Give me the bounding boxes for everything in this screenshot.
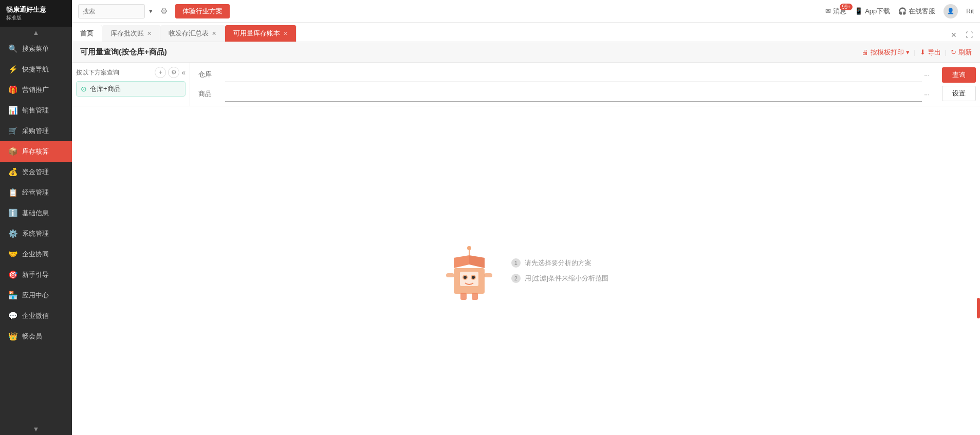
settings-scheme-button[interactable]: ⚙	[168, 67, 179, 78]
topbar-gear-btn[interactable]: ⚙	[157, 4, 171, 18]
page-header: 可用量查询(按仓库+商品) 🖨 按模板打印 ▾ | ⬇ 导出 | ↻ 刷新	[72, 42, 980, 63]
tabs-expand-button[interactable]: ⛶	[963, 28, 976, 42]
add-scheme-button[interactable]: +	[155, 67, 166, 78]
svg-rect-3	[460, 272, 478, 286]
filter-scheme-panel: 按以下方案查询 + ⚙ « ⊙ 仓库+商品	[72, 63, 190, 106]
sidebar: 畅康通好生意 标准版 ▲ 🔍 搜索菜单 ⚡ 快捷导航 🎁 营销推广 📊 销售管理…	[0, 0, 72, 435]
message-button[interactable]: ✉ 消息 99+	[825, 7, 846, 16]
print-button[interactable]: 🖨 按模板打印 ▾	[862, 48, 910, 57]
topbar: ▾ ⚙ 体验行业方案 ✉ 消息 99+ 📱 App下载 🎧 在线客服 👤 Rit	[72, 0, 980, 23]
filter-scheme-title: 按以下方案查询	[76, 68, 119, 77]
sidebar-item-inventory[interactable]: 📦 库存核算	[0, 141, 72, 162]
quicknav-icon: ⚡	[8, 65, 18, 74]
tab-inout-summary[interactable]: 收发存汇总表 ✕	[160, 25, 225, 42]
refresh-label: 刷新	[958, 48, 972, 57]
topbar-search-input[interactable]	[78, 4, 145, 18]
sidebar-item-marketing[interactable]: 🎁 营销推广	[0, 80, 72, 100]
message-badge: 99+	[840, 4, 853, 10]
tab-inout-summary-label: 收发存汇总表	[169, 29, 209, 38]
sidebar-item-search[interactable]: 🔍 搜索菜单	[0, 39, 72, 59]
print-dropdown-icon: ▾	[906, 48, 910, 56]
sidebar-scroll-up[interactable]: ▲	[0, 27, 72, 39]
print-label: 按模板打印	[871, 48, 904, 57]
sidebar-item-collab[interactable]: 🤝 企业协同	[0, 244, 72, 264]
svg-marker-2	[469, 255, 485, 268]
warehouse-more-btn[interactable]: ···	[924, 71, 930, 79]
guide-icon: 🎯	[8, 270, 18, 279]
sidebar-item-sales[interactable]: 📊 销售管理	[0, 100, 72, 121]
sidebar-item-appcenter[interactable]: 🏪 应用中心	[0, 285, 72, 306]
right-scroll-indicator	[977, 298, 980, 318]
filter-right: 仓库 ··· 商品 ···	[190, 63, 938, 106]
sales-icon: 📊	[8, 106, 18, 115]
sidebar-item-system[interactable]: ⚙️ 系统管理	[0, 223, 72, 244]
goods-input[interactable]	[225, 86, 922, 102]
filter-settings-button[interactable]: 设置	[942, 86, 976, 101]
tip-label-1: 请先选择要分析的方案	[525, 258, 591, 268]
filter-scheme-header: 按以下方案查询 + ⚙ «	[76, 67, 186, 78]
tab-inventory-batch[interactable]: 库存批次账 ✕	[102, 25, 160, 42]
refresh-icon: ↻	[951, 48, 956, 56]
filter-scheme-controls: + ⚙ «	[155, 67, 186, 78]
warehouse-filter-label: 仓库	[198, 70, 219, 79]
empty-illustration	[443, 245, 495, 296]
app-name: 畅康通好生意	[6, 5, 66, 14]
filter-action-buttons: 查询 设置	[938, 63, 980, 106]
tab-home[interactable]: 首页	[72, 25, 102, 42]
sidebar-item-wechat[interactable]: 💬 企业微信	[0, 306, 72, 326]
warehouse-input[interactable]	[225, 67, 922, 82]
query-button[interactable]: 查询	[942, 67, 976, 83]
collapse-panel-button[interactable]: «	[181, 68, 186, 77]
sidebar-item-label: 快捷导航	[22, 65, 49, 74]
online-service-button[interactable]: 🎧 在线客服	[898, 7, 935, 16]
sidebar-nav: 🔍 搜索菜单 ⚡ 快捷导航 🎁 营销推广 📊 销售管理 🛒 采购管理 📦 库存核…	[0, 39, 72, 423]
tab-inventory-batch-label: 库存批次账	[110, 29, 144, 38]
sidebar-item-finance[interactable]: 💰 资金管理	[0, 162, 72, 182]
tab-inout-summary-close[interactable]: ✕	[212, 30, 216, 37]
sidebar-item-quicknav[interactable]: ⚡ 快捷导航	[0, 59, 72, 80]
sidebar-item-label: 畅会员	[22, 332, 42, 341]
empty-tips: 1 请先选择要分析的方案 2 用[过滤]条件来缩小分析范围	[511, 258, 608, 283]
page-header-actions: 🖨 按模板打印 ▾ | ⬇ 导出 | ↻ 刷新	[862, 48, 972, 57]
sidebar-item-label: 营销推广	[22, 85, 49, 94]
chevron-down-icon: ▾	[149, 7, 153, 15]
header-divider-1: |	[914, 48, 915, 56]
sidebar-item-guide[interactable]: 🎯 新手引导	[0, 264, 72, 285]
industry-solution-button[interactable]: 体验行业方案	[175, 4, 230, 18]
page-content: 可用量查询(按仓库+商品) 🖨 按模板打印 ▾ | ⬇ 导出 | ↻ 刷新	[72, 42, 980, 435]
empty-tip-2: 2 用[过滤]条件来缩小分析范围	[511, 274, 608, 283]
empty-state: 1 请先选择要分析的方案 2 用[过滤]条件来缩小分析范围	[72, 106, 980, 435]
sidebar-scroll-down[interactable]: ▼	[0, 423, 72, 435]
filter-inputs-row: 仓库 ··· 商品 ···	[190, 63, 980, 106]
goods-filter-label: 商品	[198, 89, 219, 99]
sidebar-item-vip[interactable]: 👑 畅会员	[0, 326, 72, 347]
topbar-right: ✉ 消息 99+ 📱 App下载 🎧 在线客服 👤 Rit	[825, 4, 974, 18]
avatar: 👤	[944, 4, 958, 18]
sidebar-item-basicinfo[interactable]: ℹ️ 基础信息	[0, 203, 72, 223]
goods-input-wrap: ···	[225, 86, 930, 102]
scheme-item-warehouse-goods[interactable]: ⊙ 仓库+商品	[76, 81, 186, 97]
export-button[interactable]: ⬇ 导出	[920, 48, 941, 57]
refresh-button[interactable]: ↻ 刷新	[951, 48, 972, 57]
sidebar-item-label: 搜索菜单	[22, 44, 49, 53]
purchase-icon: 🛒	[8, 126, 18, 136]
headset-icon: 🎧	[898, 7, 907, 15]
tab-inventory-batch-close[interactable]: ✕	[147, 30, 152, 37]
sidebar-item-operations[interactable]: 📋 经营管理	[0, 182, 72, 203]
sidebar-item-purchase[interactable]: 🛒 采购管理	[0, 121, 72, 141]
sidebar-item-label: 企业微信	[22, 311, 49, 320]
goods-more-btn[interactable]: ···	[924, 90, 930, 98]
tip-num-1: 1	[511, 258, 521, 268]
export-label: 导出	[928, 48, 941, 57]
username-label[interactable]: Rit	[966, 8, 974, 15]
message-icon: ✉	[825, 7, 831, 15]
tab-available-inventory-close[interactable]: ✕	[283, 30, 288, 37]
app-download-button[interactable]: 📱 App下载	[855, 7, 890, 16]
operations-icon: 📋	[8, 188, 18, 197]
scheme-icon: ⊙	[81, 85, 87, 93]
tabs-close-all-button[interactable]: ✕	[947, 28, 960, 42]
tab-available-inventory[interactable]: 可用量库存账本 ✕	[225, 25, 297, 42]
topbar-dropdown-btn[interactable]: ▾	[149, 7, 153, 15]
sidebar-item-label: 系统管理	[22, 229, 49, 238]
wechat-icon: 💬	[8, 311, 18, 320]
